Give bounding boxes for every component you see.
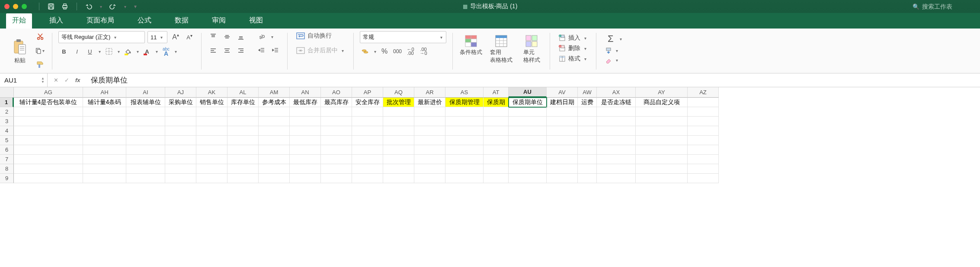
- cell[interactable]: [165, 164, 196, 174]
- cell[interactable]: [14, 164, 83, 174]
- cell[interactable]: [597, 136, 636, 145]
- column-header[interactable]: AM: [259, 87, 290, 98]
- cell[interactable]: [597, 126, 636, 136]
- increase-font-button[interactable]: A▴: [170, 32, 181, 43]
- cell[interactable]: 建档日期: [547, 98, 578, 107]
- cell[interactable]: [196, 107, 227, 117]
- cell[interactable]: [578, 155, 597, 164]
- cell[interactable]: [14, 155, 83, 164]
- cell[interactable]: [636, 164, 688, 174]
- cell[interactable]: [383, 126, 414, 136]
- cell[interactable]: [259, 155, 290, 164]
- tab-formulas[interactable]: 公式: [131, 13, 157, 29]
- cell[interactable]: [290, 155, 321, 164]
- column-header[interactable]: AN: [290, 87, 321, 98]
- cell[interactable]: [352, 164, 383, 174]
- cell[interactable]: [227, 155, 259, 164]
- cell[interactable]: [259, 174, 290, 183]
- fill-button[interactable]: ▾: [602, 47, 621, 54]
- cell[interactable]: [547, 155, 578, 164]
- cell[interactable]: [484, 155, 509, 164]
- cell[interactable]: [547, 126, 578, 136]
- cell[interactable]: [383, 136, 414, 145]
- cell[interactable]: [165, 174, 196, 183]
- undo-dropdown[interactable]: ▾: [99, 4, 103, 9]
- cell[interactable]: [578, 174, 597, 183]
- cell[interactable]: [165, 155, 196, 164]
- name-box-stepper[interactable]: ▲▼: [41, 77, 45, 84]
- cell[interactable]: 最新进价: [414, 98, 445, 107]
- cell[interactable]: [165, 145, 196, 155]
- cell[interactable]: [484, 117, 509, 126]
- cell[interactable]: [227, 126, 259, 136]
- cell[interactable]: [290, 107, 321, 117]
- column-header[interactable]: AP: [352, 87, 383, 98]
- cell[interactable]: [126, 174, 165, 183]
- column-header[interactable]: AT: [484, 87, 509, 98]
- cell[interactable]: [414, 126, 445, 136]
- cell[interactable]: [445, 145, 484, 155]
- cell[interactable]: [578, 117, 597, 126]
- cell[interactable]: [321, 174, 352, 183]
- cell[interactable]: [578, 164, 597, 174]
- cell[interactable]: [484, 164, 509, 174]
- cell[interactable]: [321, 126, 352, 136]
- cell[interactable]: [126, 117, 165, 126]
- cell[interactable]: [83, 145, 126, 155]
- cell[interactable]: [597, 107, 636, 117]
- font-color-dropdown[interactable]: ▾: [154, 49, 159, 54]
- cell[interactable]: 采购单位: [165, 98, 196, 107]
- cell[interactable]: [290, 136, 321, 145]
- cell[interactable]: 保质期: [484, 98, 509, 107]
- align-top-button[interactable]: [208, 31, 219, 42]
- cell[interactable]: [636, 117, 688, 126]
- cell[interactable]: [321, 107, 352, 117]
- cell[interactable]: [509, 174, 547, 183]
- cell[interactable]: [290, 164, 321, 174]
- cell[interactable]: [14, 107, 83, 117]
- cell[interactable]: [14, 136, 83, 145]
- currency-dropdown[interactable]: ▾: [373, 49, 377, 54]
- enter-formula-button[interactable]: ✓: [64, 77, 69, 83]
- minimize-window[interactable]: [13, 4, 18, 9]
- cell[interactable]: [126, 164, 165, 174]
- font-name-combo[interactable]: 等线 Regular (正文)▾: [58, 31, 145, 43]
- cell[interactable]: [14, 145, 83, 155]
- cell[interactable]: [445, 174, 484, 183]
- row-header[interactable]: 6: [0, 145, 14, 155]
- phonetic-button[interactable]: abcA: [160, 46, 172, 57]
- column-header[interactable]: AU: [509, 87, 547, 98]
- cell[interactable]: 参考成本: [259, 98, 290, 107]
- cell[interactable]: [597, 155, 636, 164]
- cancel-formula-button[interactable]: ✕: [54, 77, 58, 83]
- cell[interactable]: 保质期管理: [445, 98, 484, 107]
- cell[interactable]: [196, 174, 227, 183]
- fill-color-dropdown[interactable]: ▾: [135, 49, 140, 54]
- row-header[interactable]: 5: [0, 136, 14, 145]
- currency-button[interactable]: [360, 46, 371, 57]
- cell[interactable]: [259, 117, 290, 126]
- cell[interactable]: [83, 126, 126, 136]
- cell[interactable]: [352, 126, 383, 136]
- orientation-dropdown[interactable]: ▾: [270, 35, 274, 39]
- row-header[interactable]: 4: [0, 126, 14, 136]
- cell[interactable]: [484, 107, 509, 117]
- cell[interactable]: [597, 145, 636, 155]
- cell[interactable]: [688, 145, 719, 155]
- cell[interactable]: 报表辅单位: [126, 98, 165, 107]
- conditional-format-button[interactable]: 条件格式: [459, 33, 483, 56]
- cell[interactable]: [126, 107, 165, 117]
- cell[interactable]: [445, 164, 484, 174]
- row-header[interactable]: 7: [0, 155, 14, 164]
- cell[interactable]: 辅计量4是否包装单位: [14, 98, 83, 107]
- cell[interactable]: [321, 164, 352, 174]
- cell[interactable]: [126, 126, 165, 136]
- tab-view[interactable]: 视图: [243, 13, 269, 29]
- cell[interactable]: [14, 126, 83, 136]
- row-header[interactable]: 3: [0, 117, 14, 126]
- cell[interactable]: [414, 136, 445, 145]
- redo-icon[interactable]: [109, 3, 117, 10]
- phonetic-dropdown[interactable]: ▾: [173, 49, 178, 54]
- cell[interactable]: [636, 155, 688, 164]
- cell[interactable]: [126, 155, 165, 164]
